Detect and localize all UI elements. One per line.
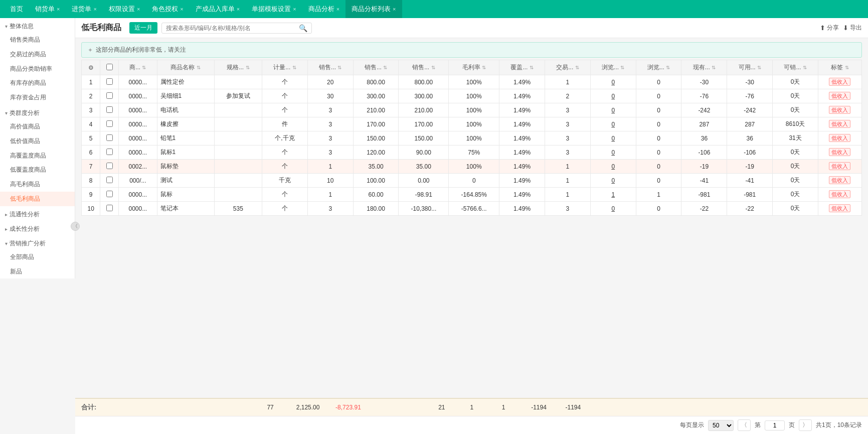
cell-checkbox[interactable] (100, 146, 119, 160)
col-coverage[interactable]: 覆盖... ⇅ (499, 60, 545, 75)
cell-spec (214, 160, 262, 174)
cell-checkbox[interactable] (100, 174, 119, 188)
sidebar-item-high-coverage[interactable]: 高覆盖度商品 (0, 149, 75, 163)
select-all-checkbox[interactable] (106, 64, 113, 70)
col-view1[interactable]: 浏览... ⇅ (590, 60, 636, 75)
col-view2[interactable]: 浏览... ⇅ (636, 60, 681, 75)
cell-checkbox[interactable] (100, 131, 119, 146)
nav-home[interactable]: 首页 (4, 0, 29, 18)
cell-view1[interactable]: 0 (590, 174, 636, 188)
col-transaction[interactable]: 交易... ⇅ (545, 60, 591, 75)
row-checkbox[interactable] (106, 191, 113, 197)
col-saleable[interactable]: 可销... ⇅ (773, 60, 818, 75)
cell-gross-margin: 100% (449, 117, 499, 131)
nav-close-icon[interactable]: × (393, 6, 396, 12)
sidebar-item-high-value[interactable]: 高价值商品 (0, 119, 75, 134)
prev-page-button[interactable]: 〈 (738, 419, 751, 431)
cell-checkbox[interactable] (100, 89, 119, 103)
col-sales-profit[interactable]: 销售... ⇅ (399, 60, 449, 75)
col-spec[interactable]: 规格... ⇅ (214, 60, 262, 75)
search-input[interactable] (166, 25, 299, 32)
row-checkbox[interactable] (106, 205, 113, 211)
nav-close-icon[interactable]: × (93, 6, 96, 12)
sidebar-item-category-sales-rate[interactable]: 商品分类助销率 (0, 62, 75, 76)
sidebar-collapse-button[interactable]: 《 (71, 222, 80, 231)
col-name[interactable]: 商品名称 ⇅ (157, 60, 214, 75)
row-checkbox[interactable] (106, 134, 113, 141)
cell-sales-qty: 3 (307, 117, 353, 131)
cell-view1[interactable]: 0 (590, 146, 636, 160)
sidebar-item-low-value[interactable]: 低价值商品 (0, 134, 75, 149)
row-checkbox[interactable] (106, 120, 113, 127)
row-checkbox[interactable] (106, 78, 113, 85)
cell-checkbox[interactable] (100, 202, 119, 216)
nav-close-icon[interactable]: × (293, 6, 296, 12)
nav-close-icon[interactable]: × (336, 6, 339, 12)
col-current-stock[interactable]: 现有... ⇅ (681, 60, 727, 75)
cell-view1[interactable]: 0 (590, 89, 636, 103)
col-sales-qty[interactable]: 销售... ⇅ (307, 60, 353, 75)
row-checkbox[interactable] (106, 163, 113, 169)
sidebar-item-stock-capital[interactable]: 库存资金占用 (0, 90, 75, 105)
nav-purchase-order[interactable]: 进货单 × (66, 0, 102, 18)
page-number-input[interactable] (765, 420, 785, 430)
share-button[interactable]: ⬆ 分享 (820, 24, 839, 32)
sidebar-item-in-stock[interactable]: 有库存的商品 (0, 76, 75, 90)
col-sales-price[interactable]: 销售... ⇅ (353, 60, 399, 75)
row-checkbox[interactable] (106, 177, 113, 183)
sidebar-item-all-products[interactable]: 全部商品 (0, 250, 75, 264)
cell-view1[interactable]: 0 (590, 202, 636, 216)
nav-template-settings[interactable]: 单据模板设置 × (246, 0, 302, 18)
sidebar-item-low-margin[interactable]: 低毛利商品 (0, 192, 75, 206)
col-checkbox[interactable] (100, 60, 119, 75)
per-page-select[interactable]: 50 20 100 (708, 420, 734, 431)
sidebar-group-overview[interactable]: ▾ 整体信息 (0, 18, 75, 33)
cell-checkbox[interactable] (100, 103, 119, 117)
col-code[interactable]: 商... ⇅ (119, 60, 157, 75)
cell-view1[interactable]: 0 (590, 117, 636, 131)
cell-view1[interactable]: 0 (590, 160, 636, 174)
next-page-button[interactable]: 〉 (799, 419, 812, 431)
col-gross-margin[interactable]: 毛利率 ⇅ (449, 60, 499, 75)
cell-checkbox[interactable] (100, 75, 119, 89)
sidebar-item-low-coverage[interactable]: 低覆盖度商品 (0, 163, 75, 177)
date-filter-button[interactable]: 近一月 (129, 22, 157, 34)
table-footer: 合计: 77 2,125.00 -8,723.91 21 1 1 -1194 -… (75, 398, 868, 416)
cell-view1[interactable]: 0 (590, 103, 636, 117)
sidebar-group-marketing[interactable]: ▾ 营销推广分析 (0, 235, 75, 250)
sidebar-group-cluster[interactable]: ▾ 类群度分析 (0, 105, 75, 119)
row-checkbox[interactable] (106, 106, 113, 113)
nav-product-entry[interactable]: 产成品入库单 × (190, 0, 246, 18)
row-checkbox[interactable] (106, 149, 113, 155)
cell-checkbox[interactable] (100, 117, 119, 131)
cell-current-stock: -106 (681, 146, 727, 160)
nav-close-icon[interactable]: × (180, 6, 183, 12)
sidebar-item-high-margin[interactable]: 高毛利商品 (0, 177, 75, 192)
cell-view1[interactable]: 0 (590, 131, 636, 146)
export-button[interactable]: ⬇ 导出 (843, 24, 862, 32)
nav-permission-settings[interactable]: 权限设置 × (103, 0, 146, 18)
nav-role-auth[interactable]: 角色授权 × (146, 0, 189, 18)
col-settings[interactable]: ⚙ (82, 60, 100, 75)
nav-close-icon[interactable]: × (237, 6, 240, 12)
cell-checkbox[interactable] (100, 160, 119, 174)
nav-product-analysis[interactable]: 商品分析 × (302, 0, 345, 18)
cell-view1[interactable]: 1 (590, 188, 636, 202)
star-icon: ✦ (88, 47, 93, 54)
nav-close-icon[interactable]: × (57, 6, 60, 12)
sidebar-item-traded-products[interactable]: 交易过的商品 (0, 47, 75, 62)
sidebar-group-liquidity[interactable]: ▸ 流通性分析 (0, 206, 75, 221)
sidebar-group-growth[interactable]: ▸ 成长性分析 (0, 221, 75, 235)
sidebar-item-new-products[interactable]: 新品 (0, 264, 75, 279)
col-available[interactable]: 可用... ⇅ (727, 60, 773, 75)
nav-sales-order[interactable]: 销货单 × (29, 0, 66, 18)
cell-view1[interactable]: 0 (590, 75, 636, 89)
sidebar-item-sales-products[interactable]: 销售类商品 (0, 33, 75, 47)
cell-checkbox[interactable] (100, 188, 119, 202)
page-label: 第 (755, 421, 761, 429)
col-tag[interactable]: 标签 ⇅ (818, 60, 861, 75)
nav-product-analysis-list[interactable]: 商品分析列表 × (345, 0, 402, 18)
row-checkbox[interactable] (106, 92, 113, 99)
nav-close-icon[interactable]: × (137, 6, 140, 12)
col-unit[interactable]: 计量... ⇅ (262, 60, 308, 75)
